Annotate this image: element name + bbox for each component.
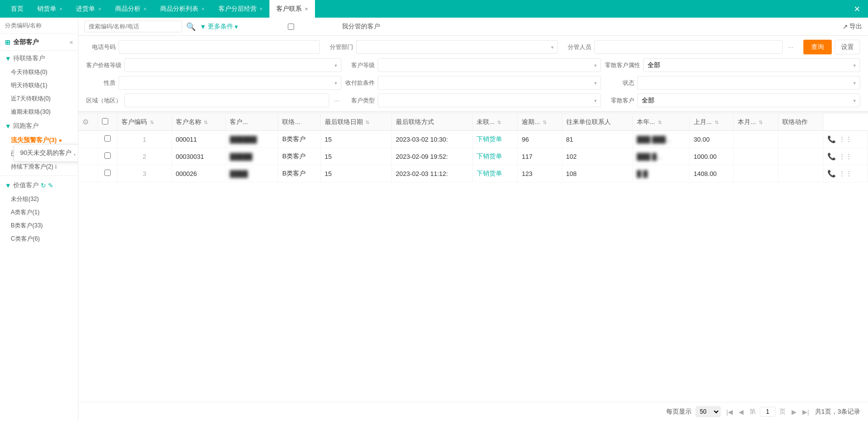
nav-product-analysis[interactable]: 商品分析 × [108, 0, 153, 18]
nav-home[interactable]: 首页 [4, 0, 30, 18]
edit-icon[interactable]: ✎ [48, 182, 53, 189]
data-table: ⚙ 客户编码 ⇅ 客户名称 ⇅ 客户... 联络... 最后联络日期 ⇅ 最后联… [78, 114, 868, 182]
sidebar-item-tomorrow[interactable]: 明天待联络(1) [0, 79, 78, 92]
more-action-icon[interactable]: ⋮⋮ [839, 152, 852, 160]
export-button[interactable]: ↗ 导出 [843, 22, 862, 31]
sidebar-search-input[interactable] [5, 22, 78, 29]
nav-customer-tier-close[interactable]: × [260, 6, 263, 12]
my-customers-checkbox[interactable]: 我分管的客户 [242, 22, 380, 31]
next-page-btn[interactable]: ▶ [790, 407, 798, 417]
col-no-contact[interactable]: 未联... ⇅ [473, 114, 518, 131]
dept-select[interactable]: ▾ [356, 40, 557, 54]
phone-input[interactable] [119, 40, 320, 54]
nav-purchase-close[interactable]: × [98, 6, 101, 12]
first-page-btn[interactable]: |◀ [724, 407, 735, 417]
sidebar-search-bar: 🔍 [0, 18, 78, 34]
row-check-2[interactable] [104, 170, 111, 176]
sidebar-group-value[interactable]: ▼ 价值客户 ↻ ✎ [0, 178, 78, 193]
row-last-type-0[interactable]: 下销货单 [473, 131, 518, 148]
settings-button[interactable]: 设置 [835, 40, 860, 54]
row-check-0[interactable] [104, 135, 111, 142]
row-last-type-2[interactable]: 下销货单 [473, 165, 518, 182]
row-action-2[interactable]: 📞 ⋮⋮ [823, 165, 868, 182]
row-action-0[interactable]: 📞 ⋮⋮ [823, 131, 868, 148]
row-check-1[interactable] [104, 152, 111, 159]
zero-attr-select[interactable]: 全部 ▾ [643, 58, 860, 72]
sidebar-all-customers[interactable]: ⊞ 全部客户 « [0, 34, 78, 51]
page-number-input[interactable] [760, 407, 775, 417]
col-this-year[interactable]: 本年... ⇅ [633, 114, 690, 131]
nav-product-analysis-list-close[interactable]: × [201, 6, 204, 12]
nav-customer-contact-close[interactable]: × [305, 6, 308, 12]
row-checkbox-1[interactable] [97, 148, 117, 165]
prev-page-btn[interactable]: ◀ [737, 407, 746, 417]
select-all-checkbox[interactable] [102, 118, 108, 124]
person-dots-icon[interactable]: ··· [786, 43, 796, 51]
gear-header[interactable]: ⚙ [78, 114, 97, 131]
nav-purchase[interactable]: 进货单 × [69, 0, 108, 18]
sidebar-item-class-b[interactable]: B类客户(33) [0, 219, 78, 232]
row-last-type-1[interactable]: 下销货单 [473, 148, 518, 165]
main-layout: 🔍 ⊞ 全部客户 « ▼ 待联络客户 今天待联络(0) 明天待联络(1) 近7天… [0, 18, 868, 421]
zero-customer-select[interactable]: 全部 ▾ [637, 94, 860, 107]
row-action-1[interactable]: 📞 ⋮⋮ [823, 148, 868, 165]
window-close-button[interactable]: ✕ [850, 4, 864, 14]
region-select[interactable] [124, 94, 329, 107]
nature-select[interactable]: ▾ [119, 76, 341, 90]
filter-status: 状态 ▾ [605, 76, 860, 90]
nav-sales-close[interactable]: × [59, 6, 62, 12]
payment-select[interactable]: ▾ [378, 76, 601, 90]
nav-product-analysis-list[interactable]: 商品分析列表 × [153, 0, 211, 18]
sidebar-item-class-c[interactable]: C类客户(6) [0, 232, 78, 246]
search-button[interactable]: 🔍 [186, 22, 196, 31]
phone-action-icon[interactable]: 📞 [827, 170, 836, 177]
nav-customer-tier[interactable]: 客户分层经营 × [212, 0, 269, 18]
col-last-contact-date[interactable]: 最后联络日期 ⇅ [320, 114, 391, 131]
last-page-btn[interactable]: ▶| [800, 407, 811, 417]
row-checkbox-2[interactable] [97, 165, 117, 182]
phone-action-icon[interactable]: 📞 [827, 135, 836, 143]
customer-type-select[interactable]: ▾ [378, 94, 601, 107]
search-input[interactable] [84, 21, 182, 32]
sidebar-group-pending[interactable]: ▼ 待联络客户 [0, 51, 78, 66]
col-this-month[interactable]: 本月... ⇅ [734, 114, 778, 131]
refresh-icon[interactable]: ↻ [41, 182, 46, 189]
row-checkbox-0[interactable] [97, 131, 117, 148]
filter-dept: 分管部门 ▾ [324, 40, 557, 54]
col-overdue[interactable]: 逾期... ⇅ [518, 114, 562, 131]
row-num-0: 1 [118, 131, 172, 148]
price-level-select[interactable]: ▾ [124, 58, 341, 72]
customer-level-select[interactable]: ▾ [378, 58, 601, 72]
col-code[interactable]: 客户编码 ⇅ [118, 114, 172, 131]
sidebar-item-ungrouped[interactable]: 未分组(32) [0, 193, 78, 206]
sidebar-item-week[interactable]: 近7天待联络(0) [0, 92, 78, 105]
query-button[interactable]: 查询 [803, 40, 832, 54]
col-last-contact-type: 最后联络方式 [392, 114, 473, 131]
row-type-0: B类客户 [278, 131, 321, 148]
more-action-icon[interactable]: ⋮⋮ [839, 135, 852, 143]
sidebar-item-today[interactable]: 今天待联络(0) [0, 66, 78, 79]
row-no-contact-2: 123 [518, 165, 562, 182]
nav-customer-contact[interactable]: 客户联系 × [269, 0, 314, 18]
phone-action-icon[interactable]: 📞 [827, 152, 836, 160]
sidebar-item-overdue[interactable]: 逾期未联络(30) [0, 105, 78, 119]
more-filter-button[interactable]: ▼ 更多条件 ▾ [200, 22, 238, 31]
sidebar-group-returning[interactable]: ▼ 回跑客户 [0, 119, 78, 133]
nav-product-analysis-close[interactable]: × [144, 6, 146, 12]
more-action-icon[interactable]: ⋮⋮ [839, 170, 852, 177]
col-name[interactable]: 客户名称 ⇅ [171, 114, 226, 131]
person-select[interactable] [594, 40, 783, 54]
sidebar-item-class-a[interactable]: A类客户(1) [0, 206, 78, 219]
per-page-select[interactable]: 50 10 20 100 [696, 406, 721, 417]
col-contact-count: 联络... [278, 114, 321, 131]
my-customers-check[interactable] [242, 24, 340, 30]
sidebar: 🔍 ⊞ 全部客户 « ▼ 待联络客户 今天待联络(0) 明天待联络(1) 近7天… [0, 18, 78, 421]
sidebar-item-declining[interactable]: 持续下滑客户(2) ℹ [0, 160, 78, 173]
region-dots-icon[interactable]: ··· [332, 97, 342, 104]
status-select[interactable]: ▾ [637, 76, 860, 90]
row-gear-2 [78, 165, 97, 182]
nav-sales[interactable]: 销货单 × [30, 0, 69, 18]
checkbox-header[interactable] [97, 114, 117, 131]
col-last-month[interactable]: 上月... ⇅ [690, 114, 734, 131]
row-this-year-1: 1000.00 [690, 148, 734, 165]
